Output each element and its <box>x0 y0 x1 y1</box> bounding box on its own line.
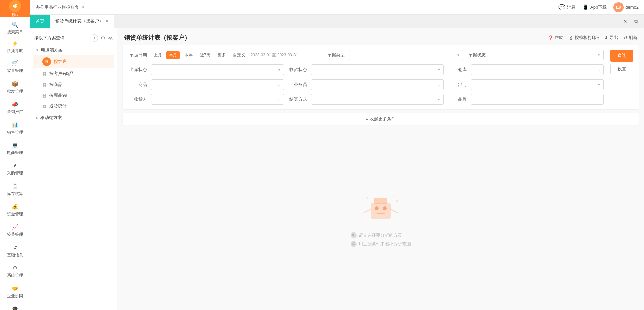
export-btn[interactable]: ⬇ 导出 <box>604 35 618 41</box>
page-title: 销货单统计表（按客户） <box>124 34 191 42</box>
sidebar-item-wholesale[interactable]: 📦 批发管理 <box>0 76 30 97</box>
right-main: 销货单统计表（按客户） ❓ 帮助 🖨 按模板打印 ▾ ⬇ <box>117 28 644 310</box>
sidebar-item-ecommerce[interactable]: 💻 电商管理 <box>0 138 30 158</box>
sidebar-item-purchase[interactable]: 🛍 采购管理 <box>0 158 30 179</box>
svg-point-5 <box>383 206 387 210</box>
system-icon: ⚙ <box>11 264 19 271</box>
tab-home[interactable]: 首页 <box>30 15 50 28</box>
department-arrow: ▾ <box>598 83 600 87</box>
sidebar-item-inventory[interactable]: 📋 库存核算 <box>0 179 30 199</box>
empty-state: ① 请先选择要分析的方案 ② 用过滤条件来缩小分析范围 <box>117 127 644 310</box>
date-btn-custom[interactable]: 自定义 <box>230 51 248 59</box>
order-status-input[interactable]: ▾ <box>490 50 604 60</box>
brand-input[interactable]: ··· <box>471 94 604 105</box>
order-type-label: 单据类型 <box>326 52 345 58</box>
help-label: 帮助 <box>555 35 564 41</box>
tree-child-by-goods-99[interactable]: ▦ 按商品99 <box>33 90 114 101</box>
print-icon: 🖨 <box>569 35 573 40</box>
print-dropdown[interactable]: 按模板打印 ▾ <box>575 35 599 41</box>
tab-bar-actions: ✕ ⧉ <box>621 17 644 25</box>
sidebar-item-sales[interactable]: 📊 销售管理 <box>0 117 30 138</box>
sidebar-basic-label: 基础信息 <box>7 252 23 258</box>
sidebar-finance-label: 资金管理 <box>7 211 23 217</box>
goods-dots[interactable]: ··· <box>277 82 280 87</box>
date-btn-7days[interactable]: 近7天 <box>197 51 213 59</box>
department-input[interactable]: ▾ <box>471 79 604 90</box>
date-btn-this-year[interactable]: 本年 <box>182 51 195 59</box>
goods-input[interactable]: ··· <box>151 79 284 90</box>
warehouse-input[interactable]: ··· <box>471 64 604 75</box>
print-label: 按模板打印 <box>575 35 596 41</box>
tree-child-by-goods-99-label: 按商品99 <box>49 92 67 98</box>
tree-child-by-goods-label: 按商品 <box>49 82 62 88</box>
sidebar-item-operation[interactable]: 📈 经营管理 <box>0 220 30 240</box>
tree-parent-pc[interactable]: ▼ 电脑端方案 <box>33 45 114 55</box>
collection-status-input[interactable]: ▾ <box>311 64 444 75</box>
help-btn[interactable]: ❓ 帮助 <box>548 35 564 41</box>
settlement-input[interactable]: ▾ <box>311 94 444 105</box>
order-type-input[interactable]: ▾ <box>349 50 463 60</box>
tab-bar: 首页 销货单统计表（按客户） ✕ ✕ ⧉ <box>30 15 644 28</box>
empty-hint-1-text: 请先选择要分析的方案 <box>359 232 402 238</box>
salesperson-input[interactable]: ··· <box>311 79 444 90</box>
sidebar-search-label: 搜索菜单 <box>7 29 23 35</box>
date-btn-last-month[interactable]: 上月 <box>151 51 164 59</box>
sidebar-item-search[interactable]: 🔍 搜索菜单 <box>0 17 30 37</box>
sidebar-item-basic[interactable]: 🗂 基础信息 <box>0 240 30 261</box>
message-btn[interactable]: 💬 消息 <box>558 4 576 10</box>
stock-status-input[interactable]: ▾ <box>151 64 284 75</box>
date-btn-more[interactable]: 更多 <box>215 51 228 59</box>
app-download-label: App下载 <box>590 4 607 10</box>
add-scheme-btn[interactable]: + <box>91 34 98 42</box>
header-dropdown-icon[interactable]: ▾ <box>82 5 84 10</box>
salesperson-dots[interactable]: ··· <box>437 82 440 87</box>
sidebar-system-label: 系统管理 <box>7 273 23 278</box>
sidebar-item-system[interactable]: ⚙ 系统管理 <box>0 261 30 281</box>
receiver-dots[interactable]: ··· <box>277 97 280 102</box>
print-btn[interactable]: 🖨 按模板打印 ▾ <box>569 35 599 41</box>
refresh-btn[interactable]: ↺ 刷新 <box>624 35 637 41</box>
collapse-arrow-icon: ∧ <box>366 117 368 121</box>
brand-dots[interactable]: ··· <box>596 97 600 102</box>
warehouse-dots[interactable]: ··· <box>596 67 600 72</box>
tab-close-icon[interactable]: ✕ <box>105 19 109 23</box>
collapse-bar[interactable]: ∧ 收起更多条件 <box>123 113 639 125</box>
sidebar-item-newbie[interactable]: 🎓 新手引导 <box>0 302 30 310</box>
settings-scheme-icon[interactable]: ⚙ <box>101 35 105 41</box>
tree-child-return-stat[interactable]: ▦ 退货统计 <box>33 101 114 111</box>
app-logo[interactable]: 畅 标账 <box>0 0 30 17</box>
user-info[interactable]: Ea demo2 <box>613 2 639 12</box>
logo-icon: 畅 <box>9 0 21 12</box>
sidebar-item-enterprise[interactable]: 🤝 企业协同 <box>0 281 30 302</box>
date-quick-btns: 上月 本月 本年 近7天 更多 自定义 <box>151 51 248 59</box>
empty-hint-2-text: 用过滤条件来缩小分析范围 <box>359 241 411 247</box>
sidebar-inventory-label: 库存核算 <box>7 191 23 197</box>
tree-parent-mobile[interactable]: ▶ 移动端方案 <box>33 113 114 123</box>
tab-close-window-btn[interactable]: ✕ <box>621 17 629 25</box>
operation-icon: 📈 <box>11 223 19 230</box>
collapse-panel-icon[interactable]: ≪ <box>108 35 113 41</box>
sidebar-item-marketing[interactable]: 📣 营销推广 <box>0 97 30 117</box>
tree-child-by-customer-goods[interactable]: ▦ 按客户+商品 <box>33 68 114 79</box>
tab-sales-stat[interactable]: 销货单统计表（按客户） ✕ <box>50 15 114 28</box>
tree-child-by-customer[interactable]: 按 按客户 <box>33 55 114 68</box>
date-btn-this-month[interactable]: 本月 <box>166 51 180 59</box>
query-button[interactable]: 查询 <box>610 50 633 62</box>
tab-restore-btn[interactable]: ⧉ <box>632 17 640 25</box>
sidebar-item-quick-nav[interactable]: ⚡ 快捷导航 <box>0 37 30 56</box>
filter-row-1: 单据日期 上月 本月 本年 近7天 更多 自定义 20 <box>128 50 604 60</box>
settlement-label: 结算方式 <box>288 96 307 102</box>
svg-rect-6 <box>377 213 385 214</box>
order-status-label: 单据状态 <box>467 52 486 58</box>
app-download-btn[interactable]: 📱 App下载 <box>582 4 607 10</box>
date-label: 单据日期 <box>128 52 147 58</box>
sidebar-item-retail[interactable]: 🛒 零售管理 <box>0 56 30 76</box>
user-name: demo2 <box>625 5 639 10</box>
top-header: 办公用品行业模拟账套 ▾ 💬 消息 📱 App下载 Ea demo2 <box>30 0 644 15</box>
collapse-content: ∧ 收起更多条件 <box>123 116 639 122</box>
settings-button[interactable]: 设置 <box>610 64 633 74</box>
tree-child-by-goods[interactable]: ▦ 按商品 <box>33 79 114 90</box>
sidebar-item-finance[interactable]: 💰 资金管理 <box>0 199 30 220</box>
svg-text:畅: 畅 <box>13 4 17 9</box>
receiver-input[interactable]: ··· <box>151 94 284 105</box>
